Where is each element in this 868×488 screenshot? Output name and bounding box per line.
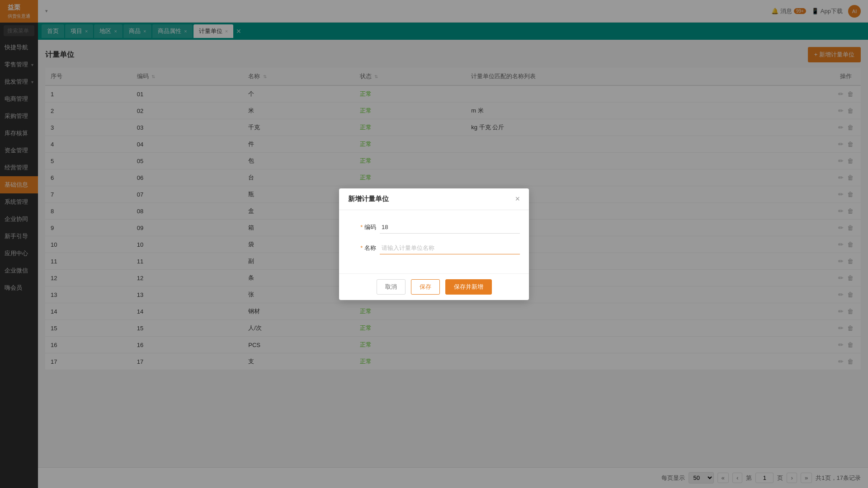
- code-label: * 编码: [348, 223, 380, 231]
- name-form-row: * 名称: [348, 242, 520, 254]
- name-label: * 名称: [348, 244, 380, 252]
- modal-header: 新增计量单位 ×: [339, 188, 529, 210]
- add-unit-modal: 新增计量单位 × * 编码 * 名称 取消 保存 保存并新增: [339, 188, 529, 300]
- name-input[interactable]: [380, 242, 520, 254]
- save-and-new-button[interactable]: 保存并新增: [445, 279, 492, 295]
- modal-close-button[interactable]: ×: [515, 195, 520, 203]
- modal-body: * 编码 * 名称: [339, 210, 529, 273]
- code-input[interactable]: [380, 221, 520, 234]
- required-star: *: [360, 244, 363, 251]
- modal-footer: 取消 保存 保存并新增: [339, 273, 529, 300]
- cancel-button[interactable]: 取消: [377, 279, 406, 295]
- save-button[interactable]: 保存: [411, 279, 440, 295]
- modal-title: 新增计量单位: [348, 195, 389, 203]
- required-star: *: [360, 224, 363, 230]
- code-form-row: * 编码: [348, 221, 520, 234]
- modal-overlay: 新增计量单位 × * 编码 * 名称 取消 保存 保存并新增: [0, 0, 868, 488]
